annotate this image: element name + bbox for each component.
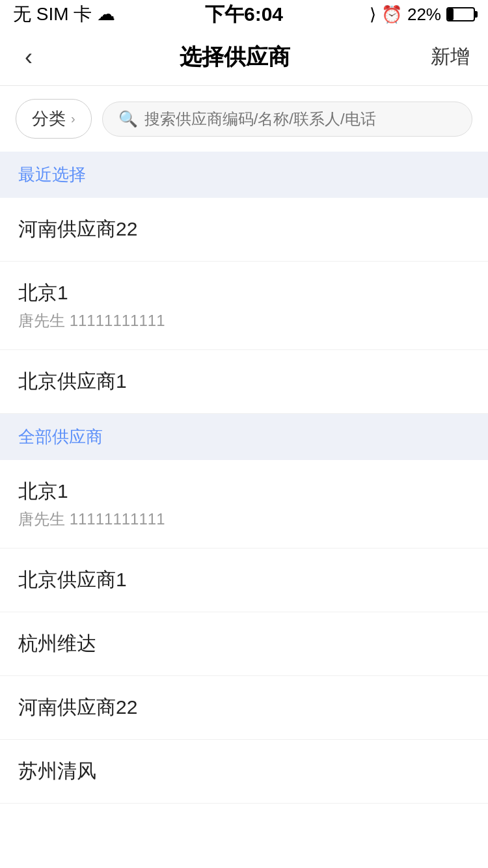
item-sub: 唐先生 11111111111 xyxy=(18,310,470,331)
item-name: 苏州清风 xyxy=(18,758,470,785)
list-item[interactable]: 河南供应商22 xyxy=(0,198,488,262)
category-label: 分类 xyxy=(32,107,66,130)
chevron-right-icon: › xyxy=(71,111,75,126)
search-input[interactable] xyxy=(144,110,456,128)
item-name: 杭州维达 xyxy=(18,631,470,657)
back-button[interactable]: ‹ xyxy=(18,37,39,77)
item-name: 北京1 xyxy=(18,280,470,306)
location-icon: ⟩ xyxy=(370,5,376,25)
list-item[interactable]: 北京1唐先生 11111111111 xyxy=(0,262,488,350)
status-left: 无 SIM 卡 ☁ xyxy=(13,2,115,27)
page-title: 选择供应商 xyxy=(180,42,290,72)
add-button[interactable]: 新增 xyxy=(431,44,470,70)
filter-bar: 分类 › 🔍 xyxy=(0,86,488,152)
search-bar[interactable]: 🔍 xyxy=(102,102,472,137)
item-name: 北京供应商1 xyxy=(18,567,470,593)
list-item[interactable]: 北京供应商1 xyxy=(0,549,488,612)
search-icon: 🔍 xyxy=(118,110,138,128)
item-name: 河南供应商22 xyxy=(18,694,470,721)
status-bar: 无 SIM 卡 ☁ 下午6:04 ⟩ ⏰ 22% xyxy=(0,0,488,29)
battery-percent: 22% xyxy=(407,5,441,25)
list-item[interactable]: 苏州清风 xyxy=(0,740,488,804)
list-item[interactable]: 北京1唐先生 11111111111 xyxy=(0,460,488,549)
battery-icon xyxy=(446,7,475,21)
alarm-icon: ⏰ xyxy=(381,5,402,25)
all-section-header: 全部供应商 xyxy=(0,414,488,460)
all-list: 北京1唐先生 11111111111北京供应商1杭州维达河南供应商22苏州清风 xyxy=(0,460,488,804)
status-time: 下午6:04 xyxy=(205,1,283,28)
item-name: 北京供应商1 xyxy=(18,368,470,395)
recent-section-header: 最近选择 xyxy=(0,152,488,198)
item-sub: 唐先生 11111111111 xyxy=(18,509,470,530)
list-item[interactable]: 北京供应商1 xyxy=(0,350,488,414)
item-name: 北京1 xyxy=(18,478,470,505)
list-item[interactable]: 河南供应商22 xyxy=(0,676,488,740)
recent-list: 河南供应商22北京1唐先生 11111111111北京供应商1 xyxy=(0,198,488,414)
category-button[interactable]: 分类 › xyxy=(16,99,92,139)
nav-bar: ‹ 选择供应商 新增 xyxy=(0,29,488,86)
list-item[interactable]: 杭州维达 xyxy=(0,612,488,676)
item-name: 河南供应商22 xyxy=(18,216,470,243)
status-right: ⟩ ⏰ 22% xyxy=(370,5,475,25)
